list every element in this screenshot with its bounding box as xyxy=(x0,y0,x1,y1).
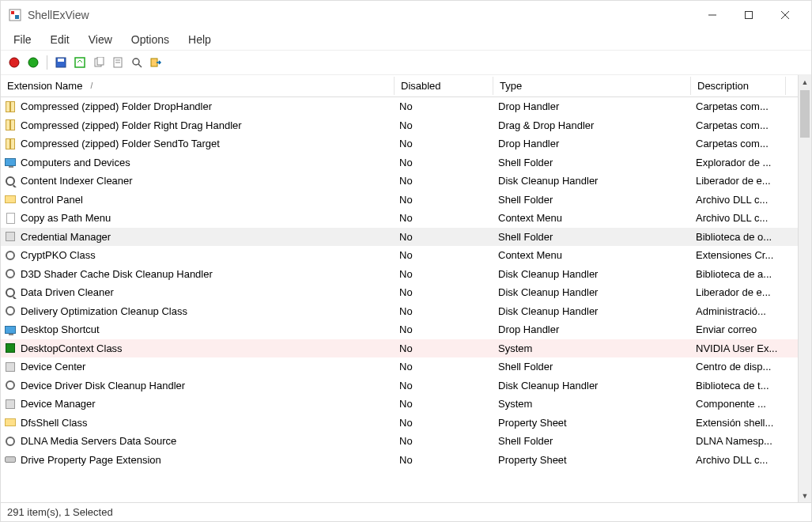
row-description: Archivo DLL c... xyxy=(691,454,786,466)
row-disabled: No xyxy=(395,398,493,410)
row-type: Shell Folder xyxy=(493,435,691,447)
row-name: CryptPKO Class xyxy=(21,249,96,261)
menubar: File Edit View Options Help xyxy=(1,29,811,50)
scroll-track[interactable] xyxy=(799,89,811,489)
table-row[interactable]: DesktopContext ClassNoSystemNVIDIA User … xyxy=(1,339,798,358)
row-disabled: No xyxy=(395,305,493,317)
table-row[interactable]: Desktop ShortcutNoDrop HandlerEnviar cor… xyxy=(1,320,798,339)
row-name: Delivery Optimization Cleanup Class xyxy=(21,305,187,317)
menu-file[interactable]: File xyxy=(6,32,40,47)
copy-button[interactable] xyxy=(92,55,106,70)
row-disabled: No xyxy=(395,342,493,354)
row-name: Data Driven Cleaner xyxy=(21,286,114,298)
gear-icon xyxy=(4,304,17,317)
svg-line-18 xyxy=(138,64,142,67)
row-type: Context Menu xyxy=(493,212,691,224)
enable-button[interactable] xyxy=(26,55,40,70)
refresh-button[interactable] xyxy=(73,55,87,70)
row-name: Credential Manager xyxy=(21,231,111,243)
table-row[interactable]: Content Indexer CleanerNoDisk Cleanup Ha… xyxy=(1,172,798,191)
row-type: Property Sheet xyxy=(493,417,691,429)
row-type: Drag & Drop Handler xyxy=(493,119,691,131)
row-name: Copy as Path Menu xyxy=(21,212,111,224)
extensions-table: Extension Name / Disabled Type Descripti… xyxy=(1,75,811,502)
row-disabled: No xyxy=(395,212,493,224)
row-name: Control Panel xyxy=(21,194,83,206)
menu-view[interactable]: View xyxy=(81,32,120,47)
row-description: Extensión shell... xyxy=(691,417,786,429)
menu-edit[interactable]: Edit xyxy=(43,32,77,47)
scroll-down-button[interactable]: ▼ xyxy=(799,489,811,502)
svg-point-17 xyxy=(133,59,139,65)
row-description: Carpetas com... xyxy=(691,119,786,131)
minimize-button[interactable] xyxy=(694,3,731,27)
row-name: Compressed (zipped) Folder DropHandler xyxy=(21,100,212,112)
gear-icon xyxy=(4,435,17,448)
table-row[interactable]: Compressed (zipped) Folder DropHandlerNo… xyxy=(1,97,798,116)
maximize-button[interactable] xyxy=(731,3,767,27)
column-header-description[interactable]: Description xyxy=(691,77,786,95)
table-row[interactable]: Drive Property Page ExtensionNoProperty … xyxy=(1,451,798,470)
sort-indicator-icon: / xyxy=(90,81,93,90)
row-disabled: No xyxy=(395,194,493,206)
disable-button[interactable] xyxy=(7,55,21,70)
row-type: Disk Cleanup Handler xyxy=(493,268,691,280)
table-row[interactable]: Device CenterNoShell FolderCentro de dis… xyxy=(1,357,798,376)
row-name: DesktopContext Class xyxy=(21,342,123,354)
row-disabled: No xyxy=(395,323,493,335)
row-name: Device Center xyxy=(21,361,85,373)
table-row[interactable]: Compressed (zipped) Folder Right Drag Ha… xyxy=(1,116,798,135)
table-row[interactable]: Device Driver Disk Cleanup HandlerNoDisk… xyxy=(1,376,798,395)
table-row[interactable]: CryptPKO ClassNoContext MenuExtensiones … xyxy=(1,246,798,265)
column-header-disabled[interactable]: Disabled xyxy=(395,77,493,95)
column-header-type[interactable]: Type xyxy=(493,77,691,95)
table-row[interactable]: Delivery Optimization Cleanup ClassNoDis… xyxy=(1,302,798,321)
row-name: D3D Shader Cache Disk Cleanup Handler xyxy=(21,268,213,280)
save-button[interactable] xyxy=(54,55,68,70)
close-button[interactable] xyxy=(767,3,803,27)
row-type: Shell Folder xyxy=(493,157,691,168)
table-row[interactable]: Device ManagerNoSystemComponente ... xyxy=(1,395,798,414)
folder-icon xyxy=(4,193,17,206)
find-button[interactable] xyxy=(130,55,144,70)
row-name: DfsShell Class xyxy=(21,417,88,429)
menu-options[interactable]: Options xyxy=(123,32,177,47)
table-row[interactable]: DLNA Media Servers Data SourceNoShell Fo… xyxy=(1,432,798,451)
table-row[interactable]: Data Driven CleanerNoDisk Cleanup Handle… xyxy=(1,283,798,302)
table-row[interactable]: D3D Shader Cache Disk Cleanup HandlerNoD… xyxy=(1,265,798,284)
column-header-name[interactable]: Extension Name / xyxy=(1,77,395,95)
table-row[interactable]: Computers and DevicesNoShell FolderExplo… xyxy=(1,153,798,172)
scroll-up-button[interactable]: ▲ xyxy=(799,75,811,89)
table-row[interactable]: Credential ManagerNoShell FolderBibliote… xyxy=(1,228,798,247)
row-disabled: No xyxy=(395,361,493,373)
table-row[interactable]: Control PanelNoShell FolderArchivo DLL c… xyxy=(1,191,798,210)
svg-rect-13 xyxy=(97,57,104,65)
exit-button[interactable] xyxy=(149,55,163,70)
search-icon xyxy=(4,286,17,299)
table-row[interactable]: Copy as Path MenuNoContext MenuArchivo D… xyxy=(1,209,798,228)
search-icon xyxy=(4,175,17,187)
row-name: Computers and Devices xyxy=(21,157,130,168)
row-description: Centro de disp... xyxy=(691,361,786,373)
row-type: Disk Cleanup Handler xyxy=(493,305,691,317)
row-description: Componente ... xyxy=(691,398,786,410)
scroll-thumb[interactable] xyxy=(800,90,810,138)
vertical-scrollbar[interactable]: ▲ ▼ xyxy=(798,75,811,502)
table-row[interactable]: DfsShell ClassNoProperty SheetExtensión … xyxy=(1,414,798,433)
gear-icon xyxy=(4,379,17,392)
svg-rect-10 xyxy=(58,59,64,62)
row-disabled: No xyxy=(395,380,493,392)
properties-button[interactable] xyxy=(111,55,125,70)
window-title: ShellExView xyxy=(28,9,694,21)
menu-help[interactable]: Help xyxy=(180,32,219,47)
row-disabled: No xyxy=(395,417,493,429)
gear-icon xyxy=(4,267,17,280)
green-icon xyxy=(4,342,17,354)
row-disabled: No xyxy=(395,231,493,243)
svg-point-8 xyxy=(28,58,38,67)
row-disabled: No xyxy=(395,157,493,168)
table-row[interactable]: Compressed (zipped) Folder SendTo Target… xyxy=(1,134,798,153)
row-disabled: No xyxy=(395,268,493,280)
row-type: System xyxy=(493,342,691,354)
row-type: Disk Cleanup Handler xyxy=(493,380,691,392)
